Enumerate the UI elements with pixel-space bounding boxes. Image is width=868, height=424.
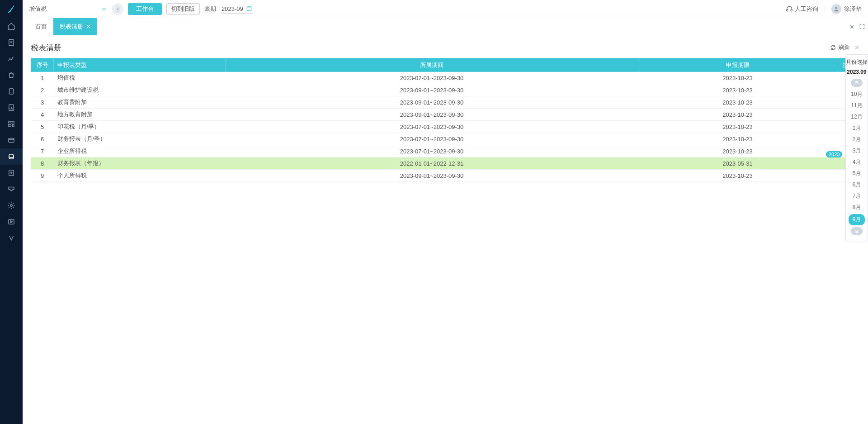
nav-finance[interactable] bbox=[0, 132, 23, 148]
nav-tax[interactable] bbox=[0, 148, 23, 165]
svg-rect-12 bbox=[787, 9, 788, 11]
month-item[interactable]: 4月 bbox=[846, 157, 868, 168]
month-item[interactable]: 10月 bbox=[846, 89, 868, 100]
th-deadline: 申报期限 bbox=[638, 58, 837, 72]
month-scroll-down-icon[interactable] bbox=[851, 227, 863, 235]
switch-old-button[interactable]: 切到旧版 bbox=[166, 3, 200, 15]
user-menu[interactable]: 徐泽华 bbox=[831, 4, 862, 14]
headset-icon bbox=[786, 5, 793, 13]
cell-deadline: 2023-10-23 bbox=[638, 109, 837, 121]
cell-deadline: 2023-05-31 bbox=[638, 157, 837, 170]
svg-point-14 bbox=[835, 7, 838, 9]
tax-type-value: 增值税 bbox=[29, 5, 47, 13]
table-row[interactable]: 6财务报表（月/季）2023-07-01~2023-09-302023-10-2… bbox=[31, 133, 860, 145]
cell-deadline: 2023-10-23 bbox=[638, 133, 837, 145]
collapse-panel-icon[interactable] bbox=[854, 44, 860, 51]
cell-seq: 8 bbox=[31, 157, 54, 170]
tax-table: 序号 申报表类型 所属期间 申报期限 操作 1增值税2023-07-01~202… bbox=[31, 58, 860, 182]
table-row[interactable]: 1增值税2023-07-01~2023-09-302023-10-23 bbox=[31, 72, 860, 84]
cell-period: 2023-09-01~2023-09-30 bbox=[226, 96, 638, 109]
tab-tax-register-label: 税表清册 bbox=[60, 23, 83, 31]
month-panel-title: 月份选择 bbox=[846, 57, 868, 68]
nav-inbox[interactable] bbox=[0, 181, 23, 197]
month-item[interactable]: 3月 bbox=[846, 145, 868, 157]
cell-seq: 6 bbox=[31, 133, 54, 145]
cell-type: 地方教育附加 bbox=[54, 109, 226, 121]
cell-deadline: 2023-10-23 bbox=[638, 170, 837, 182]
topbar: 增值税 工作台 切到旧版 账期 2023-09 bbox=[23, 0, 868, 18]
table-row[interactable]: 7企业所得税2023-07-01~2023-09-302023-10-23 bbox=[31, 145, 860, 157]
nav-template[interactable] bbox=[0, 116, 23, 132]
svg-point-8 bbox=[10, 205, 13, 207]
nav-v[interactable] bbox=[0, 230, 23, 246]
table-row[interactable]: 5印花税（月/季）2023-07-01~2023-09-302023-10-23 bbox=[31, 121, 860, 133]
cell-period: 2023-07-01~2023-09-30 bbox=[226, 145, 638, 157]
cell-seq: 5 bbox=[31, 121, 54, 133]
cell-period: 2023-07-01~2023-09-30 bbox=[226, 133, 638, 145]
tab-home[interactable]: 首页 bbox=[29, 18, 53, 35]
cell-deadline: 2023-10-23 bbox=[638, 96, 837, 109]
cell-type: 增值税 bbox=[54, 72, 226, 84]
month-item[interactable]: 2月 bbox=[846, 134, 868, 145]
month-item[interactable]: 8月 bbox=[846, 202, 868, 213]
nav-home[interactable] bbox=[0, 18, 23, 34]
cell-type: 财务报表（月/季） bbox=[54, 133, 226, 145]
table-row[interactable]: 4地方教育附加2023-09-01~2023-09-302023-10-23 bbox=[31, 109, 860, 121]
cell-seq: 7 bbox=[31, 145, 54, 157]
cell-period: 2023-09-01~2023-09-30 bbox=[226, 84, 638, 96]
cell-type: 企业所得税 bbox=[54, 145, 226, 157]
svg-rect-4 bbox=[9, 124, 11, 127]
tabbar: 首页 税表清册 ✕ ✕ bbox=[23, 18, 868, 35]
topbar-right: 人工咨询 徐泽华 bbox=[786, 4, 862, 14]
nav-doc[interactable] bbox=[0, 34, 23, 51]
table-row[interactable]: 9个人所得税2023-09-01~2023-09-302023-10-23 bbox=[31, 170, 860, 182]
close-all-icon[interactable]: ✕ bbox=[849, 24, 854, 30]
nav-bag[interactable] bbox=[0, 67, 23, 83]
th-seq: 序号 bbox=[31, 58, 54, 72]
table-row[interactable]: 2城市维护建设税2023-09-01~2023-09-302023-10-23 bbox=[31, 84, 860, 96]
month-item[interactable]: 11月 bbox=[846, 100, 868, 111]
month-item[interactable]: 12月 bbox=[846, 111, 868, 123]
period-picker[interactable]: 2023-09 bbox=[221, 5, 253, 14]
th-period: 所属期间 bbox=[226, 58, 638, 72]
avatar-icon bbox=[831, 4, 841, 14]
tax-type-dropdown[interactable]: 增值税 bbox=[29, 5, 107, 13]
doc-quick-icon[interactable] bbox=[112, 3, 123, 15]
cell-seq: 4 bbox=[31, 109, 54, 121]
consult-label: 人工咨询 bbox=[795, 5, 818, 13]
cell-type: 印花税（月/季） bbox=[54, 121, 226, 133]
table-row[interactable]: 3教育费附加2023-09-01~2023-09-302023-10-23 bbox=[31, 96, 860, 109]
nav-settings[interactable] bbox=[0, 197, 23, 214]
divider bbox=[825, 5, 825, 13]
cell-seq: 1 bbox=[31, 72, 54, 84]
consult-link[interactable]: 人工咨询 bbox=[786, 5, 818, 13]
nav-clipboard[interactable] bbox=[0, 83, 23, 100]
chevron-down-icon bbox=[101, 6, 107, 12]
cell-seq: 3 bbox=[31, 96, 54, 109]
month-item[interactable]: 6月 bbox=[846, 179, 868, 191]
cell-seq: 2 bbox=[31, 84, 54, 96]
nav-analytics[interactable] bbox=[0, 51, 23, 67]
month-scroll-up-icon[interactable] bbox=[851, 79, 863, 87]
month-item[interactable]: 5月 bbox=[846, 168, 868, 179]
nav-video[interactable] bbox=[0, 214, 23, 230]
cell-period: 2023-07-01~2023-09-30 bbox=[226, 72, 638, 84]
month-item[interactable]: 9月 bbox=[849, 214, 865, 225]
month-panel-year: 2023.09 bbox=[846, 68, 868, 77]
tab-tax-register[interactable]: 税表清册 ✕ bbox=[53, 18, 97, 35]
cell-deadline: 2023-10-23 bbox=[638, 121, 837, 133]
table-row[interactable]: 8财务报表（年报）2022-01-01~2022-12-312023-05-31 bbox=[31, 157, 860, 170]
cell-period: 2022-01-01~2022-12-31 bbox=[226, 157, 638, 170]
workspace-button[interactable]: 工作台 bbox=[128, 3, 162, 15]
month-item[interactable]: 7月 bbox=[846, 191, 868, 202]
fullscreen-icon[interactable] bbox=[859, 24, 865, 30]
period-value: 2023-09 bbox=[222, 5, 243, 12]
cell-seq: 9 bbox=[31, 170, 54, 182]
close-icon[interactable]: ✕ bbox=[86, 23, 91, 30]
refresh-button[interactable]: 刷新 bbox=[830, 43, 850, 52]
cell-type: 个人所得税 bbox=[54, 170, 226, 182]
month-item[interactable]: 1月 bbox=[846, 123, 868, 134]
nav-export[interactable] bbox=[0, 165, 23, 181]
year-badge: 2023 bbox=[826, 151, 842, 157]
nav-report[interactable] bbox=[0, 100, 23, 116]
